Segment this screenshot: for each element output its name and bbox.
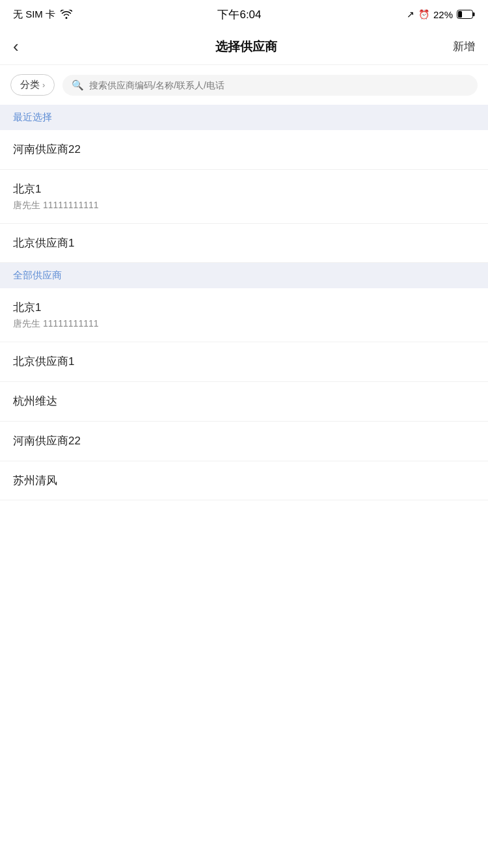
item-name: 北京供应商1 (13, 354, 475, 370)
category-label: 分类 (20, 79, 40, 91)
status-time: 下午6:04 (217, 7, 261, 22)
status-bar: 无 SIM 卡 下午6:04 ↗ ⏰ 22% (0, 0, 488, 29)
search-box: 🔍 (62, 75, 478, 96)
list-item[interactable]: 北京供应商1 (0, 224, 488, 264)
item-name: 北京1 (13, 182, 475, 197)
alarm-icon: ⏰ (418, 9, 429, 20)
recent-items-list: 河南供应商22北京1唐先生 11111111111北京供应商1 (0, 130, 488, 263)
location-icon: ↗ (407, 9, 414, 20)
chevron-right-icon: › (42, 80, 45, 90)
list-item[interactable]: 北京1唐先生 11111111111 (0, 288, 488, 342)
item-sub: 唐先生 11111111111 (13, 200, 475, 211)
search-input[interactable] (89, 80, 468, 90)
battery-icon (457, 10, 475, 19)
list-item[interactable]: 北京1唐先生 11111111111 (0, 170, 488, 224)
back-button[interactable]: ‹ (13, 36, 39, 57)
list-item[interactable]: 杭州维达 (0, 382, 488, 422)
filter-bar: 分类 › 🔍 (0, 65, 488, 105)
all-section-header: 全部供应商 (0, 263, 488, 288)
nav-bar: ‹ 选择供应商 新增 (0, 29, 488, 65)
search-icon: 🔍 (72, 79, 84, 91)
item-name: 北京1 (13, 300, 475, 316)
page-title: 选择供应商 (215, 38, 277, 55)
item-sub: 唐先生 11111111111 (13, 318, 475, 330)
status-left: 无 SIM 卡 (13, 8, 72, 21)
battery-label: 22% (433, 9, 453, 20)
item-name: 苏州清风 (13, 473, 475, 489)
item-name: 北京供应商1 (13, 236, 475, 251)
add-button[interactable]: 新增 (453, 39, 475, 54)
all-items-list: 北京1唐先生 11111111111北京供应商1杭州维达河南供应商22苏州清风 (0, 288, 488, 500)
recent-section-header: 最近选择 (0, 105, 488, 130)
item-name: 杭州维达 (13, 394, 475, 409)
category-button[interactable]: 分类 › (10, 74, 55, 96)
svg-rect-1 (458, 11, 462, 18)
list-item[interactable]: 北京供应商1 (0, 342, 488, 382)
list-item[interactable]: 苏州清风 (0, 461, 488, 501)
wifi-icon (61, 10, 72, 19)
status-right: ↗ ⏰ 22% (407, 9, 475, 20)
svg-rect-2 (472, 12, 474, 16)
item-name: 河南供应商22 (13, 142, 475, 157)
list-item[interactable]: 河南供应商22 (0, 422, 488, 461)
item-name: 河南供应商22 (13, 433, 475, 449)
list-item[interactable]: 河南供应商22 (0, 130, 488, 170)
no-sim-label: 无 SIM 卡 (13, 8, 55, 21)
